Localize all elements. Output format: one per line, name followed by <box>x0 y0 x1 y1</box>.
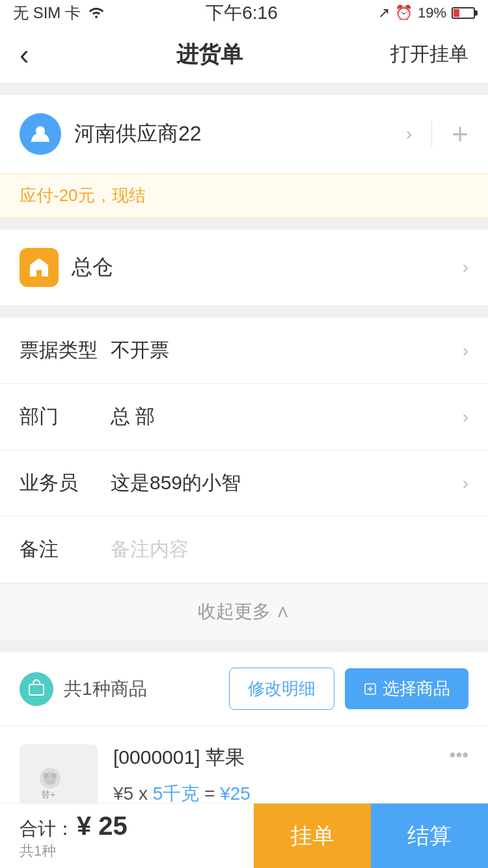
ticket-type-label: 票据类型 <box>20 337 111 364</box>
add-button[interactable]: + <box>452 118 468 150</box>
supplier-row[interactable]: 河南供应商22 › + <box>0 95 488 173</box>
divider-4 <box>0 640 488 651</box>
warehouse-chevron-icon: › <box>463 257 468 278</box>
total-label: 合计： <box>20 817 74 841</box>
warehouse-icon <box>20 248 59 287</box>
status-right: ↗ ⏰ 19% <box>378 5 475 21</box>
svg-rect-1 <box>29 685 44 695</box>
supplier-card: 河南供应商22 › + 应付-20元，现结 <box>0 95 488 218</box>
salesman-row[interactable]: 业务员 这是859的小智 › <box>0 450 488 517</box>
department-chevron-icon: › <box>463 407 468 427</box>
remark-label: 备注 <box>20 536 111 563</box>
warehouse-row[interactable]: 总仓 › <box>0 230 488 306</box>
alarm-icon: ⏰ <box>395 5 413 21</box>
form-card: 票据类型 不开票 › 部门 总 部 › 业务员 这是859的小智 › 备注 备注… <box>0 318 488 640</box>
salesman-value: 这是859的小智 <box>111 470 463 496</box>
status-time: 下午6:16 <box>206 1 278 25</box>
supplier-chevron-icon: › <box>406 124 412 144</box>
status-bar: 无 SIM 卡 下午6:16 ↗ ⏰ 19% <box>0 0 488 26</box>
divider-1 <box>0 83 488 95</box>
department-row[interactable]: 部门 总 部 › <box>0 384 488 450</box>
product-name: [0000001] 苹果 <box>113 744 434 771</box>
salesman-chevron-icon: › <box>463 473 468 494</box>
edit-detail-button[interactable]: 修改明细 <box>229 668 334 710</box>
products-header: 共1种商品 修改明细 选择商品 <box>0 651 488 726</box>
products-count: 共1种商品 <box>64 677 229 701</box>
products-icon <box>20 672 53 706</box>
salesman-label: 业务员 <box>20 470 111 496</box>
department-value: 总 部 <box>111 403 463 430</box>
battery-label: 19% <box>418 5 446 21</box>
department-label: 部门 <box>20 403 111 430</box>
hang-button[interactable]: 挂单 <box>254 804 371 868</box>
ticket-type-value: 不开票 <box>111 337 463 364</box>
ticket-chevron-icon: › <box>463 340 468 361</box>
status-left: 无 SIM 卡 <box>13 3 105 23</box>
svg-point-8 <box>51 773 57 778</box>
battery-icon <box>452 7 475 19</box>
warehouse-name: 总仓 <box>72 253 463 282</box>
remark-row[interactable]: 备注 备注内容 <box>0 517 488 583</box>
nav-bar: ‹ 进货单 打开挂单 <box>0 26 488 83</box>
supplier-name: 河南供应商22 <box>74 120 406 148</box>
product-info: [0000001] 苹果 ¥5 x 5千克 = ¥25 <box>113 744 434 806</box>
checkout-button[interactable]: 结算 <box>371 804 488 868</box>
divider-2 <box>0 218 488 230</box>
supplier-avatar <box>20 113 61 155</box>
ticket-type-row[interactable]: 票据类型 不开票 › <box>0 318 488 384</box>
svg-text:替+: 替+ <box>41 789 55 800</box>
warehouse-card: 总仓 › <box>0 230 488 306</box>
divider-3 <box>0 306 488 318</box>
collapse-button[interactable]: 收起更多 ∧ <box>0 583 488 640</box>
select-product-label: 选择商品 <box>383 677 450 700</box>
svg-point-9 <box>45 780 55 785</box>
remark-input[interactable]: 备注内容 <box>111 536 468 563</box>
total-count: 共1种 <box>20 841 234 861</box>
open-hang-button[interactable]: 打开挂单 <box>390 41 468 68</box>
page-title: 进货单 <box>176 40 243 70</box>
location-icon: ↗ <box>378 5 390 21</box>
back-button[interactable]: ‹ <box>20 38 29 71</box>
product-more-button[interactable]: ••• <box>450 744 468 765</box>
total-section: 合计： ¥ 25 共1种 <box>0 804 254 868</box>
total-amount: ¥ 25 <box>77 811 128 841</box>
svg-point-7 <box>44 773 49 778</box>
wifi-icon <box>87 4 105 22</box>
select-product-button[interactable]: 选择商品 <box>345 668 468 709</box>
bottom-bar: 合计： ¥ 25 共1种 挂单 结算 <box>0 803 488 868</box>
notice-bar: 应付-20元，现结 <box>0 173 488 218</box>
carrier-label: 无 SIM 卡 <box>13 3 81 23</box>
vertical-divider <box>431 121 432 147</box>
